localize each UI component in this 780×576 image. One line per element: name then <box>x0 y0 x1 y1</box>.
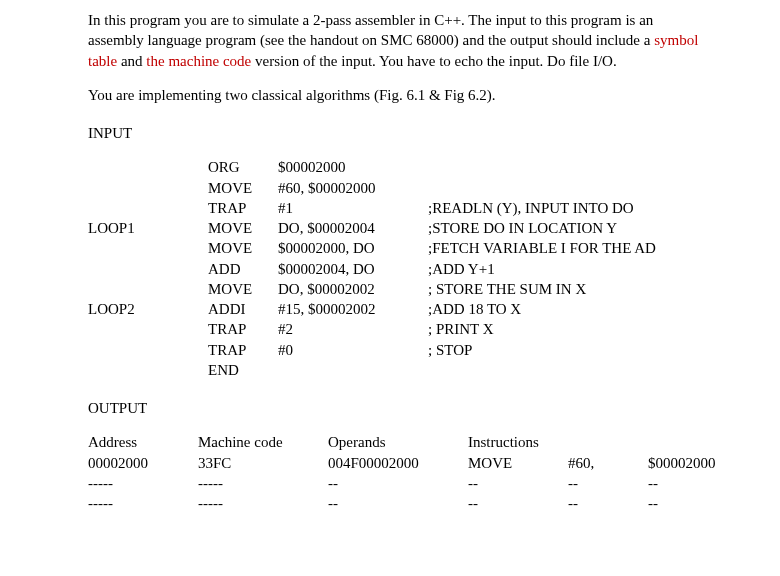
input-header: INPUT <box>88 123 780 143</box>
input-row: END <box>88 360 656 380</box>
input-operand: #1 <box>278 198 428 218</box>
output-arg2: $00002000 <box>648 453 716 473</box>
input-operand: $00002004, DO <box>278 259 428 279</box>
input-row: TRAP #1;READLN (Y), INPUT INTO DO <box>88 198 656 218</box>
input-mnemonic: END <box>208 360 278 380</box>
output-header-row: Address Machine code Operands Instructio… <box>88 432 716 452</box>
input-row: MOVE#60, $00002000 <box>88 178 656 198</box>
output-col-machinecode: Machine code <box>198 432 328 452</box>
output-row: ------------------ <box>88 493 716 513</box>
input-operand: #60, $00002000 <box>278 178 428 198</box>
output-instruction: -- <box>468 493 568 513</box>
input-mnemonic: MOVE <box>208 279 278 299</box>
input-label <box>88 157 208 177</box>
algorithms-line: You are implementing two classical algor… <box>88 85 703 105</box>
input-row: LOOP2ADDI #15, $00002002 ;ADD 18 TO X <box>88 299 656 319</box>
intro-text-3: version of the input. You have to echo t… <box>251 53 616 69</box>
input-operand: DO, $00002002 <box>278 279 428 299</box>
input-label <box>88 238 208 258</box>
intro-highlight-2: the machine code <box>146 53 251 69</box>
input-comment: ;FETCH VARIABLE I FOR THE AD <box>428 238 656 258</box>
input-row: ORG$00002000 <box>88 157 656 177</box>
input-comment: ; STORE THE SUM IN X <box>428 279 656 299</box>
output-arg2: -- <box>648 473 716 493</box>
input-label <box>88 319 208 339</box>
input-comment: ;ADD Y+1 <box>428 259 656 279</box>
input-mnemonic: ADDI <box>208 299 278 319</box>
input-label <box>88 340 208 360</box>
output-instruction: -- <box>468 473 568 493</box>
input-operand: $00002000, DO <box>278 238 428 258</box>
input-comment: ;STORE DO IN LOCATION Y <box>428 218 656 238</box>
input-row: MOVE DO, $00002002 ; STORE THE SUM IN X <box>88 279 656 299</box>
output-col-operands: Operands <box>328 432 468 452</box>
input-mnemonic: MOVE <box>208 238 278 258</box>
output-machinecode: 33FC <box>198 453 328 473</box>
input-comment: ;READLN (Y), INPUT INTO DO <box>428 198 656 218</box>
output-arg1: -- <box>568 473 648 493</box>
output-arg1: -- <box>568 493 648 513</box>
input-comment <box>428 157 656 177</box>
input-code-table: ORG$00002000MOVE#60, $00002000TRAP #1;RE… <box>88 157 656 380</box>
input-row: TRAP #0 ; STOP <box>88 340 656 360</box>
output-row: ------------------ <box>88 473 716 493</box>
output-machinecode: ----- <box>198 473 328 493</box>
input-comment: ; STOP <box>428 340 656 360</box>
output-table: Address Machine code Operands Instructio… <box>88 432 716 513</box>
output-operands: -- <box>328 493 468 513</box>
input-label <box>88 178 208 198</box>
output-operands: 004F00002000 <box>328 453 468 473</box>
output-row: 0000200033FC004F00002000MOVE#60,$0000200… <box>88 453 716 473</box>
intro-paragraph: In this program you are to simulate a 2-… <box>88 10 703 71</box>
intro-text-2: and <box>117 53 146 69</box>
output-col-address: Address <box>88 432 198 452</box>
input-comment <box>428 178 656 198</box>
output-address: 00002000 <box>88 453 198 473</box>
output-address: ----- <box>88 473 198 493</box>
output-col-arg2 <box>648 432 716 452</box>
input-label: LOOP2 <box>88 299 208 319</box>
output-instruction: MOVE <box>468 453 568 473</box>
input-mnemonic: TRAP <box>208 198 278 218</box>
input-row: ADD $00002004, DO ;ADD Y+1 <box>88 259 656 279</box>
output-col-arg1 <box>568 432 648 452</box>
output-address: ----- <box>88 493 198 513</box>
input-label <box>88 198 208 218</box>
output-header: OUTPUT <box>88 398 780 418</box>
input-row: TRAP #2 ; PRINT X <box>88 319 656 339</box>
intro-text-1: In this program you are to simulate a 2-… <box>88 12 654 48</box>
input-label <box>88 360 208 380</box>
input-mnemonic: TRAP <box>208 319 278 339</box>
input-mnemonic: ADD <box>208 259 278 279</box>
input-label <box>88 279 208 299</box>
output-col-instructions: Instructions <box>468 432 568 452</box>
input-operand: $00002000 <box>278 157 428 177</box>
input-mnemonic: TRAP <box>208 340 278 360</box>
input-mnemonic: MOVE <box>208 218 278 238</box>
input-row: LOOP1MOVEDO, $00002004;STORE DO IN LOCAT… <box>88 218 656 238</box>
input-label <box>88 259 208 279</box>
input-operand: #15, $00002002 <box>278 299 428 319</box>
input-comment <box>428 360 656 380</box>
output-machinecode: ----- <box>198 493 328 513</box>
output-operands: -- <box>328 473 468 493</box>
input-operand: #0 <box>278 340 428 360</box>
input-label: LOOP1 <box>88 218 208 238</box>
input-operand <box>278 360 428 380</box>
input-mnemonic: ORG <box>208 157 278 177</box>
input-operand: DO, $00002004 <box>278 218 428 238</box>
input-row: MOVE $00002000, DO;FETCH VARIABLE I FOR … <box>88 238 656 258</box>
input-comment: ; PRINT X <box>428 319 656 339</box>
input-mnemonic: MOVE <box>208 178 278 198</box>
output-arg1: #60, <box>568 453 648 473</box>
output-arg2: -- <box>648 493 716 513</box>
input-comment: ;ADD 18 TO X <box>428 299 656 319</box>
input-operand: #2 <box>278 319 428 339</box>
